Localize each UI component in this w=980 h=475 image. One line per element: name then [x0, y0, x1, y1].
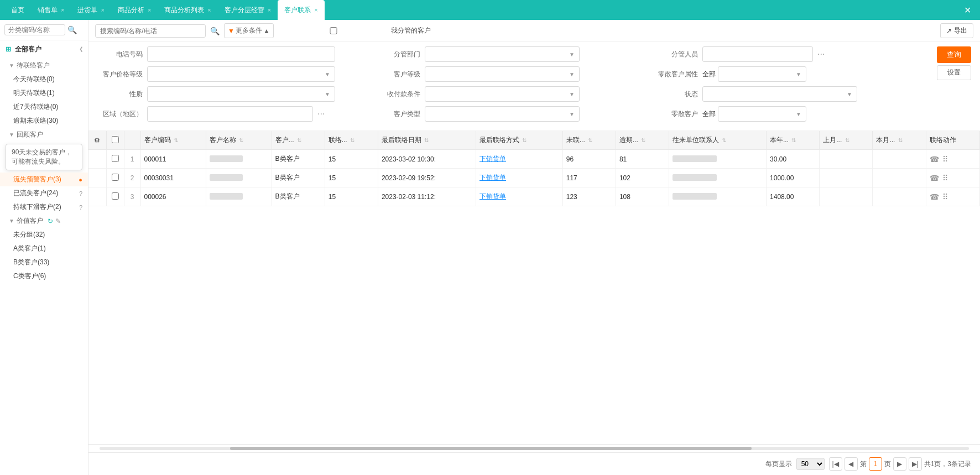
- row-last-method[interactable]: 下销货单: [476, 187, 562, 206]
- close-icon[interactable]: ×: [148, 7, 151, 13]
- more-conditions-button[interactable]: ▼ 更多条件 ▲: [224, 23, 274, 38]
- first-page-button[interactable]: |◀: [829, 457, 842, 471]
- close-icon[interactable]: ×: [61, 7, 64, 13]
- query-button[interactable]: 查询: [937, 46, 971, 63]
- customer-level-select[interactable]: ▼: [425, 66, 580, 82]
- col-uncontacted[interactable]: 未联... ⇅: [562, 131, 616, 150]
- region-input[interactable]: [147, 106, 313, 122]
- close-icon[interactable]: ×: [314, 7, 317, 13]
- close-icon[interactable]: ×: [101, 7, 104, 13]
- status-select[interactable]: ▼: [702, 86, 857, 102]
- sidebar-item-overdue[interactable]: 逾期未联络(30): [0, 114, 88, 128]
- sidebar-item-7days[interactable]: 近7天待联络(0): [0, 100, 88, 114]
- more-dots-button-2[interactable]: ···: [313, 109, 329, 119]
- phone-input[interactable]: [147, 46, 335, 62]
- export-button[interactable]: ↗ 导出: [940, 23, 973, 38]
- horizontal-scrollbar[interactable]: [88, 444, 980, 452]
- sidebar-item-churned[interactable]: 已流失客户(24) ?: [0, 186, 88, 200]
- row-check[interactable]: [112, 174, 119, 181]
- contact-icon[interactable]: ☎: [930, 192, 939, 201]
- col-customer-type[interactable]: 客户... ⇅: [272, 131, 325, 150]
- row-contact: 15: [325, 187, 378, 206]
- customer-type-select[interactable]: ▼: [425, 106, 580, 122]
- row-checkbox[interactable]: [106, 187, 124, 206]
- sidebar-all-customers[interactable]: ⊞ 全部客户 《: [0, 40, 88, 59]
- main-layout: 🔍 ⊞ 全部客户 《 ▼ 待联络客户 今天待联络(0) 明天待联络(1) 近7天…: [0, 20, 980, 475]
- close-icon[interactable]: ×: [268, 7, 271, 13]
- row-last-method[interactable]: 下销货单: [476, 150, 562, 169]
- sidebar-item-declining[interactable]: 持续下滑客户(2) ?: [0, 200, 88, 214]
- sidebar-group-review[interactable]: ▼ 回顾客户: [0, 128, 88, 142]
- col-code[interactable]: 客户编码 ⇅: [140, 131, 206, 150]
- col-settings[interactable]: ⚙: [88, 131, 106, 150]
- col-overdue[interactable]: 逾期... ⇅: [616, 131, 669, 150]
- my-customers-checkbox[interactable]: 我分管的客户: [278, 26, 431, 35]
- scroll-track[interactable]: [100, 447, 969, 450]
- select-all-checkbox[interactable]: [112, 136, 119, 143]
- home-tab[interactable]: 首页: [4, 0, 31, 20]
- row-last-method[interactable]: 下销货单: [476, 169, 562, 187]
- search-button[interactable]: 🔍: [210, 27, 220, 35]
- contact-icon[interactable]: ☎: [930, 174, 939, 182]
- tab-customer-tier[interactable]: 客户分层经营 ×: [218, 0, 278, 20]
- more-action-icon[interactable]: ⠿: [942, 192, 948, 201]
- page-number[interactable]: 1: [869, 457, 882, 471]
- edit-icon[interactable]: ✎: [55, 217, 61, 225]
- col-name[interactable]: 客户名称 ⇅: [206, 131, 272, 150]
- row-checkbox[interactable]: [106, 169, 124, 187]
- last-page-button[interactable]: ▶|: [909, 457, 922, 471]
- sidebar-item-churn-warning[interactable]: 流失预警客户(3) ●: [0, 173, 88, 186]
- person-input[interactable]: [702, 46, 813, 62]
- row-name: ███████: [206, 150, 272, 169]
- sidebar-search-input[interactable]: [4, 24, 65, 35]
- row-contact: 15: [325, 169, 378, 187]
- more-action-icon[interactable]: ⠿: [942, 174, 948, 182]
- sidebar-item-tomorrow[interactable]: 明天待联络(1): [0, 86, 88, 100]
- prev-page-button[interactable]: ◀: [845, 457, 858, 471]
- tab-sales[interactable]: 销售单 ×: [31, 0, 71, 20]
- col-contact[interactable]: 联络... ⇅: [325, 131, 378, 150]
- col-last-date[interactable]: 最后联络日期 ⇅: [378, 131, 476, 150]
- close-icon[interactable]: ×: [207, 7, 211, 13]
- zero-attr-select[interactable]: ▼: [718, 66, 806, 82]
- col-last-month[interactable]: 上月... ⇅: [820, 131, 873, 150]
- sidebar-item-ungrouped[interactable]: 未分组(32): [0, 228, 88, 242]
- row-check[interactable]: [112, 192, 119, 200]
- filter-zero-attr: 零散客户属性 全部 ▼: [653, 66, 930, 82]
- scroll-thumb[interactable]: [230, 447, 752, 450]
- col-this-year[interactable]: 本年... ⇅: [767, 131, 820, 150]
- search-input[interactable]: [95, 24, 206, 38]
- refresh-icon[interactable]: ↻: [48, 217, 53, 225]
- more-action-icon[interactable]: ⠿: [942, 155, 948, 164]
- col-checkbox[interactable]: [106, 131, 124, 150]
- col-unit-contact[interactable]: 往来单位联系人 ⇅: [669, 131, 767, 150]
- contact-icon[interactable]: ☎: [930, 155, 939, 164]
- more-dots-button[interactable]: ···: [813, 49, 829, 59]
- window-close-button[interactable]: ✕: [960, 5, 976, 15]
- col-last-method[interactable]: 最后联络方式 ⇅: [476, 131, 562, 150]
- sidebar-item-today[interactable]: 今天待联络(0): [0, 72, 88, 86]
- tab-analysis[interactable]: 商品分析 ×: [111, 0, 158, 20]
- gender-label: 性质: [97, 90, 147, 99]
- my-customers-check[interactable]: [278, 27, 389, 34]
- department-select[interactable]: ▼: [425, 46, 580, 62]
- payment-select[interactable]: ▼: [425, 86, 580, 102]
- sidebar-item-b-class[interactable]: B类客户(33): [0, 255, 88, 269]
- sidebar-group-pending[interactable]: ▼ 待联络客户: [0, 59, 88, 72]
- per-page-select[interactable]: 50 20 100: [796, 458, 825, 470]
- sidebar-group-value[interactable]: ▼ 价值客户 ↻ ✎: [0, 214, 88, 228]
- col-this-month[interactable]: 本月... ⇅: [873, 131, 926, 150]
- tab-analysis-list[interactable]: 商品分析列表 ×: [158, 0, 217, 20]
- row-check[interactable]: [112, 155, 119, 162]
- settings-button[interactable]: 设置: [937, 65, 971, 80]
- price-level-select[interactable]: ▼: [147, 66, 335, 82]
- filter-payment: 收付款条件 ▼: [375, 86, 653, 102]
- tab-purchase[interactable]: 进货单 ×: [71, 0, 111, 20]
- tab-customer-contact[interactable]: 客户联系 ×: [278, 0, 324, 20]
- zero-customer-select[interactable]: ▼: [718, 106, 806, 122]
- next-page-button[interactable]: ▶: [893, 457, 906, 471]
- gender-select[interactable]: ▼: [147, 86, 335, 102]
- sidebar-item-a-class[interactable]: A类客户(1): [0, 242, 88, 255]
- row-checkbox[interactable]: [106, 150, 124, 169]
- sidebar-item-c-class[interactable]: C类客户(6): [0, 269, 88, 283]
